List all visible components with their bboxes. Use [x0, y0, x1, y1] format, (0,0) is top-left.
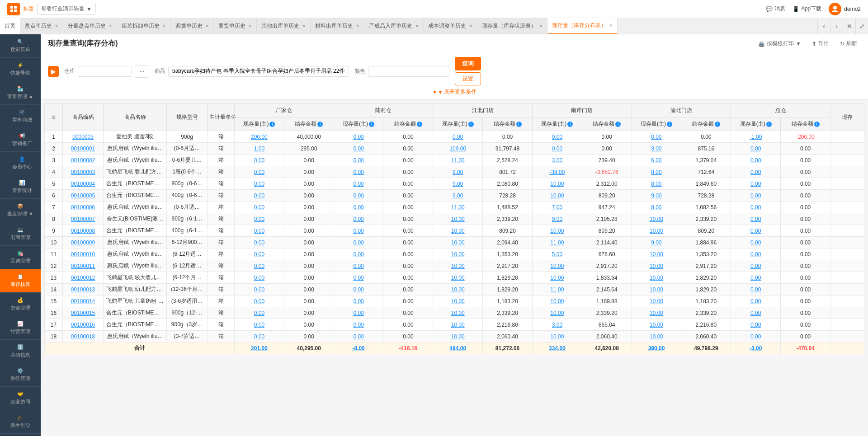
table-cell[interactable]: 10.00: [632, 331, 681, 342]
table-cell[interactable]: 0.00: [731, 190, 781, 202]
table-cell[interactable]: 10.00: [632, 295, 681, 307]
sidebar-item-search[interactable]: 🔍 搜索英单: [0, 34, 41, 58]
info-icon[interactable]: i: [715, 122, 720, 127]
tab-yaohuo[interactable]: 要货单历史 ✕: [214, 18, 257, 34]
sidebar-item-collab[interactable]: 🤝 企业协同: [0, 387, 41, 410]
tab-close-icon[interactable]: ✕: [108, 23, 112, 28]
info-icon[interactable]: i: [417, 122, 422, 127]
table-cell[interactable]: 10.00: [532, 190, 582, 202]
table-cell[interactable]: 10.00: [433, 295, 483, 307]
table-cell[interactable]: 9.00: [632, 190, 681, 202]
table-cell[interactable]: 10.00: [632, 319, 681, 331]
tab-chenben[interactable]: 成本调整单历史 ✕: [424, 18, 477, 34]
table-cell[interactable]: 00100018: [63, 331, 104, 342]
table-cell[interactable]: 0.00: [731, 319, 781, 331]
sidebar-item-marketing[interactable]: 📢 营销推广: [0, 128, 41, 152]
summary-yubeibei-num[interactable]: 390.00: [632, 342, 681, 354]
table-cell[interactable]: 0.00: [334, 284, 383, 295]
message-btn[interactable]: 💬 消息: [766, 5, 785, 13]
table-cell[interactable]: 0.00: [731, 307, 781, 319]
table-cell[interactable]: 00100010: [63, 248, 104, 260]
table-cell[interactable]: 0.00: [235, 213, 284, 225]
table-cell[interactable]: 10.00: [532, 272, 582, 284]
sidebar-item-purchase[interactable]: 🛍️ 采购管理: [0, 246, 41, 269]
table-cell[interactable]: 11.00: [433, 202, 483, 213]
table-cell[interactable]: 00100012: [63, 272, 104, 284]
info-icon[interactable]: i: [269, 122, 275, 127]
tab-expand-btn[interactable]: ⤢: [855, 18, 868, 34]
table-cell[interactable]: 0.00: [235, 331, 284, 342]
tab-cailiaochu[interactable]: 材料出库单历史 ✕: [311, 18, 364, 34]
table-cell[interactable]: 10.00: [433, 248, 483, 260]
table-cell[interactable]: 10.00: [632, 307, 681, 319]
table-cell[interactable]: 0.00: [235, 225, 284, 237]
sidebar-item-wholesale[interactable]: 📦 批发管理 ▼: [0, 199, 41, 222]
table-cell[interactable]: 8.00: [632, 202, 681, 213]
table-cell[interactable]: 0.00: [731, 143, 781, 155]
tab-close-icon[interactable]: ✕: [415, 23, 419, 28]
table-cell[interactable]: 00100007: [63, 213, 104, 225]
table-cell[interactable]: 0.00: [731, 272, 781, 284]
sidebar-item-ecommerce[interactable]: 💻 电商管理: [0, 222, 41, 246]
table-cell[interactable]: 00100006: [63, 202, 104, 213]
info-icon[interactable]: i: [317, 122, 323, 127]
tab-chengpin[interactable]: 产成品入库单历史 ✕: [364, 18, 424, 34]
table-cell[interactable]: 10.00: [632, 272, 681, 284]
warehouse-input[interactable]: [78, 66, 132, 77]
tab-close-icon[interactable]: ✕: [609, 23, 613, 28]
table-cell[interactable]: 10.00: [532, 225, 582, 237]
table-cell[interactable]: 200.00: [235, 131, 284, 143]
info-icon[interactable]: i: [369, 122, 374, 127]
summary-factory-num[interactable]: 201.00: [235, 342, 284, 354]
sidebar-item-quicknav[interactable]: ⚡ 快捷导航: [0, 58, 41, 81]
table-cell[interactable]: 0.00: [334, 166, 383, 178]
sidebar-item-finance[interactable]: 💰 资金管理: [0, 293, 41, 316]
table-cell[interactable]: 10.00: [532, 307, 582, 319]
table-cell[interactable]: 0.00: [334, 331, 383, 342]
table-cell[interactable]: -39.00: [532, 166, 582, 178]
table-cell[interactable]: 0.00: [334, 272, 383, 284]
table-cell[interactable]: 0.00: [731, 202, 781, 213]
table-cell[interactable]: 0.00: [235, 237, 284, 248]
table-cell[interactable]: 0.00: [334, 295, 383, 307]
sidebar-item-ops[interactable]: 📈 经营管理: [0, 316, 41, 340]
sidebar-item-mall[interactable]: 🛒 零售商城: [0, 105, 41, 128]
table-cell[interactable]: 0.00: [235, 284, 284, 295]
info-icon[interactable]: i: [468, 122, 474, 127]
table-cell[interactable]: 3.00: [532, 155, 582, 166]
table-cell[interactable]: 10.00: [433, 272, 483, 284]
table-cell[interactable]: 5.00: [532, 248, 582, 260]
sidebar-item-member[interactable]: 👤 会员中心: [0, 152, 41, 175]
table-cell[interactable]: 0.00: [235, 260, 284, 272]
tab-close-all-btn[interactable]: ✕: [843, 18, 855, 34]
table-cell[interactable]: 0.00: [235, 295, 284, 307]
gear-icon[interactable]: ⚙: [51, 114, 56, 121]
color-input[interactable]: [368, 66, 449, 77]
table-cell[interactable]: 10.00: [532, 178, 582, 190]
table-cell[interactable]: 0.00: [731, 295, 781, 307]
info-icon[interactable]: i: [615, 122, 621, 127]
summary-jiangbei-num[interactable]: 494.00: [433, 342, 483, 354]
table-cell[interactable]: 0.00: [334, 178, 383, 190]
table-cell[interactable]: 1.00: [235, 143, 284, 155]
table-cell[interactable]: 10.00: [632, 213, 681, 225]
sidebar-item-inventory[interactable]: 📋 库存核算: [0, 269, 41, 293]
table-cell[interactable]: 11.00: [433, 155, 483, 166]
goods-input[interactable]: [168, 66, 349, 77]
table-cell[interactable]: 0.00: [731, 225, 781, 237]
table-cell[interactable]: 10.00: [433, 284, 483, 295]
tab-zuchai[interactable]: 组装拆卸单历史 ✕: [117, 18, 171, 34]
table-cell[interactable]: 11.00: [532, 284, 582, 295]
sidebar-item-appcenter[interactable]: 📱 应用中心: [0, 434, 41, 436]
query-btn[interactable]: 查询: [455, 57, 481, 70]
table-cell[interactable]: 00100005: [63, 190, 104, 202]
table-cell[interactable]: 10.00: [632, 248, 681, 260]
table-cell[interactable]: 0.00: [731, 248, 781, 260]
table-cell[interactable]: 00100016: [63, 319, 104, 331]
table-cell[interactable]: 109.00: [433, 143, 483, 155]
table-cell[interactable]: 10.00: [532, 331, 582, 342]
table-cell[interactable]: 3.00: [632, 143, 681, 155]
export-btn[interactable]: ⬆ 导出: [808, 38, 833, 49]
table-cell[interactable]: 0.00: [731, 284, 781, 295]
info-icon[interactable]: i: [766, 122, 772, 127]
